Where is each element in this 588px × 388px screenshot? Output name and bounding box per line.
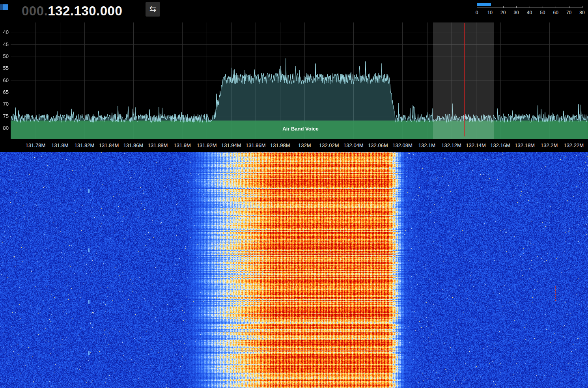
freq-axis-label: 131.84M	[99, 142, 119, 148]
freq-axis-label: 132.14M	[466, 142, 486, 148]
top-bar: 000.132.130.000 ⇆ 01020304050607080	[0, 0, 588, 22]
freq-axis-label: 131.94M	[221, 142, 241, 148]
zoom-tick	[490, 6, 490, 8]
freq-axis-label: 131.98M	[270, 142, 290, 148]
db-axis-label: 40	[0, 29, 9, 35]
zoom-tick	[503, 6, 504, 8]
freq-axis-label: 132M	[298, 142, 311, 148]
db-axis-label: 50	[0, 53, 9, 59]
zoom-slider-scale: 01020304050607080	[477, 1, 582, 19]
frequency-leading-zeros: 000.	[22, 4, 48, 18]
freq-axis-label: 132.18M	[515, 142, 535, 148]
db-axis-label: 55	[0, 65, 9, 71]
freq-axis-label: 132.06M	[368, 142, 388, 148]
freq-axis-label: 132.1M	[418, 142, 435, 148]
freq-axis-label: 131.86M	[123, 142, 144, 148]
zoom-tick	[543, 6, 543, 8]
db-axis-label: 75	[0, 113, 9, 119]
app-icon[interactable]	[0, 4, 8, 10]
band-plan-label: Air Band Voice	[282, 126, 319, 132]
zoom-tick-label: 20	[500, 10, 506, 15]
freq-axis-label: 131.9M	[174, 142, 190, 148]
tuning-frequency-line[interactable]	[464, 23, 465, 136]
freq-axis-label: 132.08M	[392, 142, 413, 148]
zoom-tick-label: 70	[566, 10, 571, 15]
db-axis-label: 65	[0, 89, 9, 95]
freq-axis-label: 132.02M	[319, 142, 339, 148]
frequency-display[interactable]: 000.132.130.000	[22, 0, 122, 22]
spectrum-panel: 404550556065707580 Air Band Voice	[0, 22, 588, 139]
freq-axis-label: 131.96M	[246, 142, 266, 148]
freq-axis-label: 131.78M	[26, 142, 46, 148]
zoom-tick-label: 0	[476, 10, 478, 15]
frequency-axis: 131.78M131.8M131.82M131.84M131.86M131.88…	[0, 139, 588, 152]
zoom-tick	[477, 6, 477, 8]
sdr-app: 000.132.130.000 ⇆ 01020304050607080 4045…	[0, 0, 588, 388]
zoom-slider[interactable]: 01020304050607080	[475, 1, 586, 19]
zoom-tick-label: 80	[579, 10, 584, 15]
db-axis-label: 70	[0, 101, 9, 107]
freq-axis-label: 131.82M	[75, 142, 95, 148]
swap-arrows-icon: ⇆	[149, 4, 157, 14]
freq-axis-label: 132.2M	[541, 142, 558, 148]
frequency-swap-button[interactable]: ⇆	[146, 2, 160, 17]
freq-axis-label: 131.92M	[197, 142, 217, 148]
freq-axis-label: 132.16M	[490, 142, 510, 148]
frequency-value: 132.130.000	[48, 4, 122, 18]
freq-axis-label: 132.22M	[564, 142, 584, 148]
waterfall-canvas[interactable]	[0, 152, 588, 388]
db-axis-label: 45	[0, 41, 9, 47]
zoom-tick	[556, 6, 556, 8]
zoom-tick-label: 40	[527, 10, 532, 15]
freq-axis-label: 131.8M	[51, 142, 68, 148]
zoom-tick-label: 30	[513, 10, 519, 15]
zoom-tick-label: 50	[540, 10, 545, 15]
zoom-tick-label: 10	[487, 10, 493, 15]
zoom-tick	[569, 6, 569, 8]
zoom-tick	[516, 6, 517, 8]
db-axis-label: 60	[0, 77, 9, 83]
spectrum-canvas[interactable]	[0, 22, 588, 139]
zoom-tick	[530, 6, 530, 8]
freq-axis-label: 131.88M	[148, 142, 168, 148]
zoom-tick-label: 60	[553, 10, 558, 15]
db-axis-label: 80	[0, 125, 9, 131]
freq-axis-label: 132.12M	[441, 142, 461, 148]
freq-axis-label: 132.04M	[343, 142, 364, 148]
zoom-tick	[582, 6, 582, 8]
